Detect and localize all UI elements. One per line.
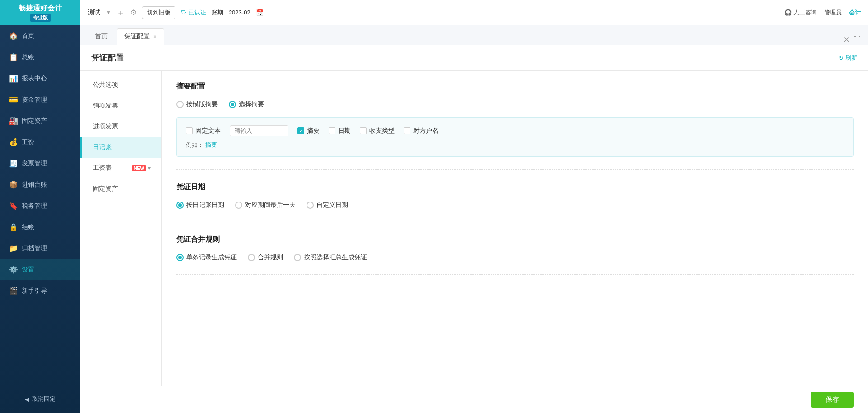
invoices-icon: 🧾 (9, 159, 17, 168)
radio-select-merge[interactable]: 按照选择汇总生成凭证 (294, 253, 367, 262)
radio-single[interactable]: 单条记录生成凭证 (176, 253, 237, 262)
guide-icon: 🎬 (9, 286, 17, 295)
sidebar-item-ledger[interactable]: 📋 总账 (0, 47, 80, 68)
sidebar-item-invoices[interactable]: 🧾 发票管理 (0, 153, 80, 174)
expand-icon[interactable]: ⛶ (854, 36, 861, 44)
sales-label: 进销台账 (22, 181, 47, 189)
left-nav-label-payroll: 工资表 (93, 164, 112, 172)
tab-voucher-config[interactable]: 凭证配置× (117, 28, 164, 45)
sidebar-logo: 畅捷通好会计 专业版 (0, 0, 80, 25)
checkbox-income-type[interactable]: 收支类型 (360, 127, 395, 135)
user-label[interactable]: 管理员 (824, 9, 842, 17)
sidebar-item-archive[interactable]: 📁 归档管理 (0, 238, 80, 259)
save-button[interactable]: 保存 (811, 392, 854, 408)
fixed-text-input[interactable] (230, 125, 288, 136)
sidebar-item-reports[interactable]: 📊 报表中心 (0, 68, 80, 89)
summary-section: 摘要配置 按模版摘要 选择摘要 (176, 82, 854, 157)
period-value: 2023-02 (229, 9, 250, 16)
switch-version-button[interactable]: 切到旧版 (142, 6, 175, 19)
company-dropdown-icon[interactable]: ▼ (106, 9, 111, 16)
fixed-text-label: 固定文本 (195, 127, 221, 135)
radio-select-summary[interactable]: 选择摘要 (229, 100, 264, 108)
arrow-payroll: ▾ (148, 165, 151, 171)
checkbox-fixed-text[interactable]: 固定文本 (186, 127, 221, 135)
left-nav-item-journal[interactable]: 日记账 (80, 137, 161, 158)
sidebar-item-home[interactable]: 🏠 首页 (0, 25, 80, 47)
example-value: 摘要 (205, 141, 217, 148)
left-nav: 公共选项销项发票进项发票日记账 工资表 NEW▾固定资产 (80, 71, 162, 412)
sidebar-item-tax[interactable]: 🔖 税务管理 (0, 195, 80, 216)
settings-icon[interactable]: ⚙ (130, 8, 137, 17)
tax-label: 税务管理 (22, 202, 47, 210)
radio-period-last[interactable]: 对应期间最后一天 (235, 201, 296, 209)
main-content: 凭证配置 ↻ 刷新 公共选项销项发票进项发票日记账 工资表 NEW▾固定资产 摘… (80, 45, 868, 413)
funds-icon: 💳 (9, 95, 17, 104)
home-icon: 🏠 (9, 32, 17, 40)
sidebar-item-guide[interactable]: 🎬 新手引导 (0, 280, 80, 301)
sidebar-item-assets[interactable]: 🏭 固定资产 (0, 110, 80, 131)
checkbox-fixed-text-box (186, 127, 193, 134)
tab-home[interactable]: 首页 (88, 28, 115, 45)
checkbox-summary[interactable]: ✓ 摘要 (297, 127, 320, 135)
radio-merge-rule-circle (248, 254, 255, 261)
left-nav-item-public[interactable]: 公共选项 (80, 75, 161, 95)
tab-close-voucher-config[interactable]: × (153, 33, 156, 40)
sidebar-item-sales[interactable]: 📦 进销台账 (0, 174, 80, 195)
tab-label-home: 首页 (95, 33, 108, 41)
counterparty-label: 对方户名 (413, 127, 439, 135)
refresh-button[interactable]: ↻ 刷新 (839, 54, 857, 62)
topbar: 测试 ▼ ＋ ⚙ 切到旧版 🛡 已认证 账期 2023-02 📅 🎧 人工咨询 … (80, 0, 868, 25)
left-nav-item-purchase-invoice[interactable]: 进项发票 (80, 116, 161, 137)
example-text: 例如： 摘要 (186, 141, 844, 149)
service-button[interactable]: 🎧 人工咨询 (784, 9, 817, 17)
summary-config-row: 固定文本 ✓ 摘要 日期 (186, 125, 844, 136)
refresh-icon: ↻ (839, 55, 844, 61)
sidebar-bottom: ◀ 取消固定 (0, 385, 80, 413)
headset-icon: 🎧 (784, 9, 792, 16)
radio-merge-rule[interactable]: 合并规则 (248, 253, 283, 262)
radio-custom-date[interactable]: 自定义日期 (307, 201, 348, 209)
divider-3 (176, 274, 854, 275)
sidebar-item-closing[interactable]: 🔒 结账 (0, 216, 80, 238)
tabbar: 首页凭证配置× ✕ ⛶ (80, 25, 868, 45)
date-radio-group: 按日记账日期 对应期间最后一天 自定义日期 (176, 201, 854, 209)
date-section-title: 凭证日期 (176, 183, 854, 192)
example-prefix: 例如： (186, 141, 203, 148)
add-icon[interactable]: ＋ (117, 7, 125, 18)
summary-config-box: 固定文本 ✓ 摘要 日期 (176, 117, 854, 157)
left-nav-item-payroll[interactable]: 工资表 NEW▾ (80, 158, 161, 178)
close-tab-icon[interactable]: ✕ (843, 35, 850, 45)
summary-label: 摘要 (307, 127, 320, 135)
assets-label: 固定资产 (22, 117, 47, 125)
left-nav-item-sales-invoice[interactable]: 销项发票 (80, 95, 161, 116)
checkbox-counterparty[interactable]: 对方户名 (404, 127, 439, 135)
left-nav-item-fixed-assets[interactable]: 固定资产 (80, 178, 161, 199)
radio-journal-date[interactable]: 按日记账日期 (176, 201, 224, 209)
settings-label: 设置 (22, 266, 34, 274)
left-nav-label-public: 公共选项 (93, 81, 118, 88)
sidebar-item-wages[interactable]: 💰 工资 (0, 131, 80, 153)
sales-icon: 📦 (9, 180, 17, 189)
radio-select-merge-circle (294, 254, 301, 261)
sidebar-item-funds[interactable]: 💳 资金管理 (0, 89, 80, 110)
left-nav-label-sales-invoice: 销项发票 (93, 102, 118, 109)
save-bar: 保存 (80, 386, 868, 413)
period-label: 账期 (212, 9, 223, 17)
calendar-icon[interactable]: 📅 (256, 9, 264, 16)
certified-label: 已认证 (189, 9, 206, 17)
closing-label: 结账 (22, 223, 34, 231)
pin-icon: ◀ (25, 396, 29, 403)
left-nav-label-journal: 日记账 (93, 143, 112, 150)
radio-single-circle (176, 254, 184, 261)
radio-template-circle (176, 101, 184, 108)
role-label[interactable]: 会计 (849, 9, 861, 17)
refresh-label: 刷新 (845, 54, 857, 62)
reports-icon: 📊 (9, 74, 17, 83)
pin-button[interactable]: ◀ 取消固定 (0, 390, 80, 408)
checkbox-date[interactable]: 日期 (329, 127, 351, 135)
sidebar-item-settings[interactable]: ⚙️ 设置 (0, 259, 80, 280)
company-name: 测试 (88, 9, 100, 17)
radio-template-summary[interactable]: 按模版摘要 (176, 100, 218, 108)
checkbox-income-type-box (360, 127, 367, 134)
divider-2 (176, 222, 854, 222)
